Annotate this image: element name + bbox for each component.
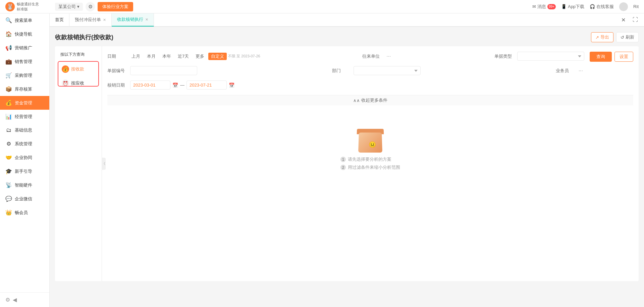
date-custom-button[interactable]: 自定义 <box>208 53 227 60</box>
sidebar-item-vip[interactable]: 👑 畅会员 <box>0 206 49 219</box>
vip-icon: 👑 <box>5 209 12 216</box>
company-selector[interactable]: 某某公司 ▾ <box>55 3 83 11</box>
calendar-end-icon[interactable]: 📅 <box>229 83 234 88</box>
date-last7days-button[interactable]: 近7天 <box>175 53 192 60</box>
counterpart-dots-button[interactable]: ··· <box>385 53 392 59</box>
app-name: 畅捷通好生意 <box>17 2 39 7</box>
empty-tip-2: 2 用过滤条件来缩小分析范围 <box>340 164 400 170</box>
export-button[interactable]: ↗ 导出 <box>591 32 613 42</box>
hardware-icon: 📡 <box>5 182 12 188</box>
sidebar-item-hardware[interactable]: 📡 智能硬件 <box>0 178 49 192</box>
sidebar-item-business[interactable]: 📊 经营管理 <box>0 110 49 123</box>
receivable-icon: ⏰ <box>62 80 69 87</box>
message-icon: ✉ <box>532 4 536 9</box>
sidebar-bottom: ⚙ ◀ <box>0 292 49 307</box>
industry-button[interactable]: 体验行业方案 <box>98 2 133 11</box>
doc-type-label: 单据类型 <box>494 53 512 59</box>
date-last-month-button[interactable]: 上月 <box>129 53 143 60</box>
home-icon: 🏠 <box>5 31 12 37</box>
sidebar-item-wechat[interactable]: 💬 企业微信 <box>0 192 49 206</box>
topbar-center: 某某公司 ▾ ⚙ 体验行业方案 <box>55 2 532 11</box>
sidebar-item-system[interactable]: ⚙ 系统管理 <box>0 137 49 151</box>
basic-icon: 🗂 <box>5 127 12 133</box>
receipt-icon: 💰 <box>62 65 69 73</box>
empty-tip-1: 1 请先选择要分析的方案 <box>340 156 400 162</box>
tab-receipt[interactable]: 收款核销执行 ✕ <box>112 13 154 27</box>
filter-option-by-receivable[interactable]: ⏰ 按应收 <box>58 77 99 90</box>
tab-bar: 首页 预付冲应付单 ✕ 收款核销执行 ✕ ✕ ⛶ <box>50 13 644 27</box>
date-range-hint: 不限 至 2023-07-26 <box>228 54 260 59</box>
refresh-button[interactable]: ↺ 刷新 <box>616 32 639 42</box>
doc-number-input[interactable] <box>130 66 197 75</box>
sidebar-item-guide[interactable]: 🎓 新手引导 <box>0 164 49 178</box>
sales-icon: 💼 <box>5 58 12 65</box>
filter-collapse-arrow[interactable]: 《 <box>102 158 106 170</box>
query-row-2: 单据编号 部门 业务员 ··· <box>107 66 584 75</box>
sidebar-item-quicknav[interactable]: 🏠 快捷导航 <box>0 27 49 41</box>
app-download-button[interactable]: 📱 App下载 <box>561 4 584 10</box>
date-quick-btns: 上月 本月 本年 近7天 更多 自定义 不限 至 2023-07-26 <box>129 53 260 60</box>
user-avatar[interactable] <box>619 2 628 11</box>
sidebar-collapse-button[interactable]: ◀ <box>13 297 17 303</box>
filter-panel-title: 按以下方查询 <box>58 50 99 59</box>
gear-button[interactable]: ⚙ <box>86 2 95 11</box>
empty-tips: 1 请先选择要分析的方案 2 用过滤条件来缩小分析范围 <box>340 156 400 170</box>
calendar-start-icon[interactable]: 📅 <box>172 83 178 88</box>
tab-close-all-button[interactable]: ✕ <box>619 15 628 24</box>
query-panel: 日期 上月 本月 本年 近7天 更多 自定义 不限 至 2023-07-26 往… <box>102 46 639 281</box>
query-row-1: 日期 上月 本月 本年 近7天 更多 自定义 不限 至 2023-07-26 往… <box>107 52 584 61</box>
staff-dots-button[interactable]: ··· <box>577 68 584 74</box>
refresh-icon: ↺ <box>621 35 624 40</box>
staff-label: 业务员 <box>556 68 572 74</box>
query-row-3: 核销日期 📅 — 📅 <box>107 81 584 90</box>
sidebar-item-enterprise[interactable]: 🤝 企业协同 <box>0 151 49 164</box>
search-button[interactable]: 查询 <box>590 52 612 62</box>
message-badge: 99+ <box>547 4 556 9</box>
service-icon: 🎧 <box>590 4 595 9</box>
date-more-button[interactable]: 更多 <box>193 53 207 60</box>
marketing-icon: 📢 <box>5 45 12 51</box>
sidebar-item-search[interactable]: 🔍 搜索菜单 <box>0 13 49 27</box>
date-this-month-button[interactable]: 本月 <box>144 53 158 60</box>
doc-number-label: 单据编号 <box>107 68 125 74</box>
topbar-right: ✉ 消息 99+ 📱 App下载 🎧 在线客服 Rit <box>532 2 639 11</box>
tab-receipt-close[interactable]: ✕ <box>145 17 148 22</box>
empty-state: 😐 1 请先选择要分析的方案 2 用过滤条件来缩小分析范围 <box>107 105 633 191</box>
sidebar-item-basic[interactable]: 🗂 基础信息 <box>0 123 49 137</box>
collapse-conditions-button[interactable]: ∧∧ 收起更多条件 <box>107 95 633 105</box>
app-logo: 🐰 畅捷通好生意 标准版 <box>5 2 55 12</box>
guide-icon: 🎓 <box>5 168 12 174</box>
settings-button[interactable]: 设置 <box>614 52 633 62</box>
enterprise-icon: 🤝 <box>5 154 12 161</box>
tab-fullscreen-button[interactable]: ⛶ <box>631 15 640 24</box>
sidebar-item-purchase[interactable]: 🛒 采购管理 <box>0 68 49 82</box>
logo-icon: 🐰 <box>5 2 15 11</box>
finance-icon: 💰 <box>5 100 12 106</box>
writeoff-date-start-input[interactable] <box>130 81 170 90</box>
tab-home[interactable]: 首页 <box>50 13 69 27</box>
inventory-icon: 📦 <box>5 86 12 92</box>
purchase-icon: 🛒 <box>5 72 12 79</box>
message-button[interactable]: ✉ 消息 99+ <box>532 4 556 10</box>
sidebar: 🔍 搜索菜单 🏠 快捷导航 📢 营销推广 💼 销售管理 🛒 采购管理 📦 库存核… <box>0 13 50 307</box>
wechat-icon: 💬 <box>5 196 12 202</box>
top-bar: 🐰 畅捷通好生意 标准版 某某公司 ▾ ⚙ 体验行业方案 ✉ 消息 99+ 📱 … <box>0 0 644 13</box>
writeoff-date-end-input[interactable] <box>186 81 227 90</box>
tab-prepay[interactable]: 预付冲应付单 ✕ <box>69 13 112 27</box>
query-actions: 查询 设置 <box>590 52 633 95</box>
dept-select[interactable] <box>354 66 421 75</box>
sidebar-settings-button[interactable]: ⚙ <box>5 297 10 303</box>
tab-prepay-close[interactable]: ✕ <box>103 18 106 22</box>
company-name: 某某公司 <box>58 4 76 10</box>
sidebar-item-marketing[interactable]: 📢 营销推广 <box>0 41 49 55</box>
sidebar-item-sales[interactable]: 💼 销售管理 <box>0 55 49 68</box>
filter-panel: 按以下方查询 💰 按收款 ⏰ 按应收 《 <box>55 46 102 281</box>
app-icon: 📱 <box>561 4 567 9</box>
doc-type-select[interactable] <box>517 52 584 61</box>
sidebar-item-finance[interactable]: 💰 资金管理 <box>0 96 49 110</box>
date-this-year-button[interactable]: 本年 <box>160 53 174 60</box>
online-service-button[interactable]: 🎧 在线客服 <box>590 4 614 10</box>
sidebar-item-inventory[interactable]: 📦 库存核算 <box>0 82 49 96</box>
filter-option-by-receipt[interactable]: 💰 按收款 <box>58 63 99 75</box>
app-version: 标准版 <box>17 7 39 12</box>
